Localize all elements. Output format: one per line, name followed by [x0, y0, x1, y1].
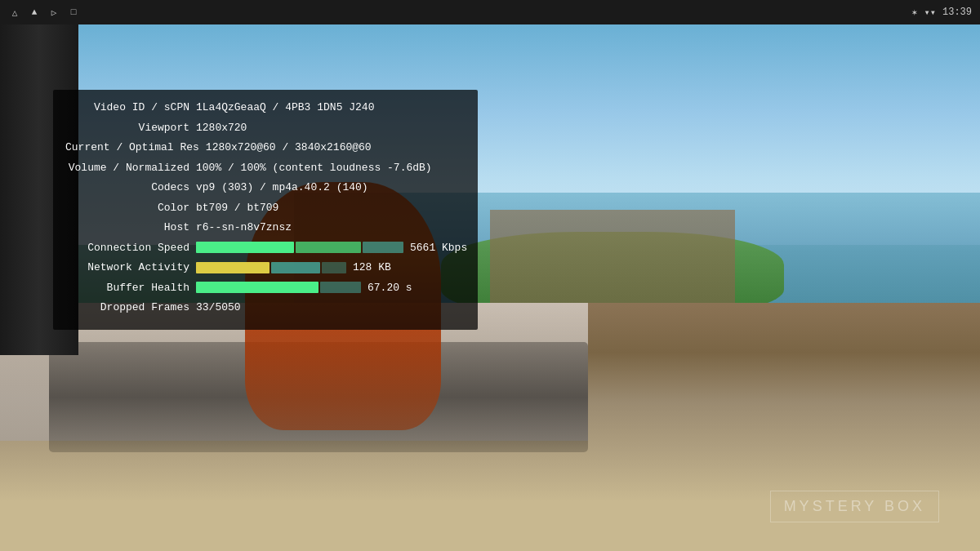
- value-volume: 100% / 100% (content loudness -7.6dB): [196, 160, 432, 176]
- top-bar-left-icons: △ ▲ ▷ □: [8, 6, 80, 19]
- label-codecs: Codecs: [65, 180, 196, 196]
- square-icon: □: [67, 6, 80, 19]
- bar-green-2: [296, 242, 361, 253]
- stats-overlay: Video ID / sCPN 1La4QzGeaaQ / 4PB3 1DN5 …: [53, 90, 478, 330]
- bar-teal-3: [322, 262, 346, 273]
- value-resolution: 1280x720@60 / 3840x2160@60: [206, 140, 372, 156]
- label-buffer-health: Buffer Health: [65, 280, 196, 296]
- stat-row-color: Color bt709 / bt709: [65, 200, 466, 216]
- stat-row-codecs: Codecs vp9 (303) / mp4a.40.2 (140): [65, 180, 466, 196]
- stat-row-volume: Volume / Normalized 100% / 100% (content…: [65, 160, 466, 176]
- bar-yellow-1: [196, 262, 270, 273]
- stat-row-video-id: Video ID / sCPN 1La4QzGeaaQ / 4PB3 1DN5 …: [65, 100, 466, 116]
- stat-row-host: Host r6--sn-n8v7znsz: [65, 220, 466, 236]
- bar-teal-1: [363, 242, 403, 253]
- bar-teal-buffer: [320, 282, 361, 293]
- stat-row-buffer-health: Buffer Health 67.20 s: [65, 280, 466, 296]
- bluetooth-icon: ✶: [911, 7, 917, 19]
- value-color: bt709 / bt709: [196, 200, 278, 216]
- stat-row-resolution: Current / Optimal Res 1280x720@60 / 3840…: [65, 140, 466, 156]
- network-activity-bar: 128 KB: [196, 260, 466, 276]
- time-display: 13:39: [942, 7, 972, 18]
- bar-teal-2: [271, 262, 320, 273]
- bar-green-1: [196, 242, 294, 253]
- stat-row-connection-speed: Connection Speed 5661 Kbps: [65, 240, 466, 256]
- stat-row-viewport: Viewport 1280x720: [65, 120, 466, 136]
- value-video-id: 1La4QzGeaaQ / 4PB3 1DN5 J240: [196, 100, 374, 116]
- value-host: r6--sn-n8v7znsz: [196, 220, 292, 236]
- label-viewport: Viewport: [65, 120, 196, 136]
- stat-row-network-activity: Network Activity 128 KB: [65, 260, 466, 276]
- value-connection-speed: 5661 Kbps: [410, 240, 467, 256]
- label-network-activity: Network Activity: [65, 260, 196, 276]
- value-network-activity: 128 KB: [353, 260, 391, 276]
- buffer-health-bar: 67.20 s: [196, 280, 466, 296]
- value-viewport: 1280x720: [196, 120, 247, 136]
- triangle-icon-2: ▲: [28, 6, 41, 19]
- label-video-id: Video ID / sCPN: [65, 100, 196, 116]
- top-bar-right-icons: ✶ ▾▾ 13:39: [911, 7, 972, 19]
- triangle-icon-1: △: [8, 6, 21, 19]
- connection-speed-bar: 5661 Kbps: [196, 240, 467, 256]
- label-color: Color: [65, 200, 196, 216]
- stat-row-dropped-frames: Dropped Frames 33/5050: [65, 300, 466, 316]
- value-buffer-health: 67.20 s: [368, 280, 412, 296]
- label-dropped-frames: Dropped Frames: [65, 300, 196, 316]
- label-resolution: Current / Optimal Res: [65, 140, 206, 156]
- wifi-icon: ▾▾: [924, 7, 936, 19]
- label-connection-speed: Connection Speed: [65, 240, 196, 256]
- label-volume: Volume / Normalized: [65, 160, 196, 176]
- bar-green-buffer: [196, 282, 318, 293]
- watermark-text: MYSTERY BOX: [784, 498, 925, 514]
- label-host: Host: [65, 220, 196, 236]
- play-icon: ▷: [47, 6, 60, 19]
- watermark: MYSTERY BOX: [770, 491, 939, 522]
- value-dropped-frames: 33/5050: [196, 300, 241, 316]
- top-bar: △ ▲ ▷ □ ✶ ▾▾ 13:39: [0, 0, 980, 24]
- value-codecs: vp9 (303) / mp4a.40.2 (140): [196, 180, 368, 196]
